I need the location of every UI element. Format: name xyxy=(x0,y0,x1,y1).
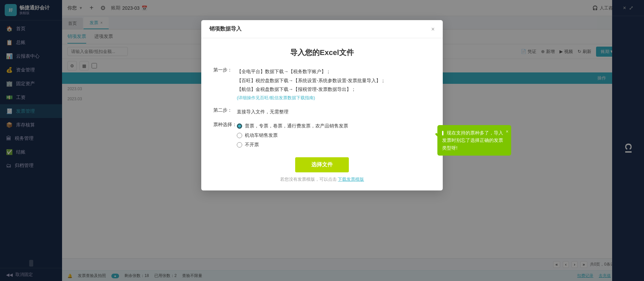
step2-row: 第二步： 直接导入文件，无需整理 xyxy=(213,107,431,116)
select-file-button[interactable]: 选择文件 xyxy=(295,157,349,172)
select-file-label: 选择文件 xyxy=(311,162,333,167)
step1-row: 第一步： 【全电平台】数据下载→【税务数字账户】； 【百旺】税控盘数据下载→【系… xyxy=(213,67,431,102)
step1-note: (详细操作见百旺/航信发票数据下载指南) xyxy=(237,94,385,102)
radio-option-vehicle[interactable]: 机动车销售发票 xyxy=(237,132,348,138)
radio-common-label: 普票，专票，卷票，通行费发票，农产品销售发票 xyxy=(245,123,348,129)
modal-title: 销项数据导入 xyxy=(209,25,241,33)
radio-option-none[interactable]: 不开票 xyxy=(237,142,348,148)
modal-close-button[interactable]: × xyxy=(431,26,435,32)
tooltip-text: 现在支持的票种多了，导入发票时别忘了选择正确的发票类型呀! xyxy=(442,130,503,151)
radio-vehicle-label: 机动车销售发票 xyxy=(245,132,278,138)
tooltip-bubble: × 现在支持的票种多了，导入发票时别忘了选择正确的发票类型呀! xyxy=(437,125,511,156)
modal-footer-text: 若您没有发票模版，可以点击 xyxy=(280,177,337,182)
step1-guide-link[interactable]: 百旺/航信发票数据下载指南 xyxy=(260,95,314,100)
step1-line-3: 【航信】金税盘数据下载→【报税管理-发票数据导出】； xyxy=(237,85,385,94)
radio-none-input[interactable] xyxy=(237,142,242,148)
modal-body: 导入您的Excel文件 第一步： 【全电平台】数据下载→【税务数字账户】； 【百… xyxy=(201,38,443,190)
radio-group: 普票，专票，卷票，通行费发票，农产品销售发票 机动车销售发票 不开票 xyxy=(237,123,348,148)
radio-option-common[interactable]: 普票，专票，卷票，通行费发票，农产品销售发票 xyxy=(237,123,348,129)
step1-line-2: 【百旺】税控盘数据下载→【系统设置-系统参数设置-发票批量导入】； xyxy=(237,76,385,85)
step1-content: 【全电平台】数据下载→【税务数字账户】； 【百旺】税控盘数据下载→【系统设置-系… xyxy=(237,67,385,102)
radio-none-label: 不开票 xyxy=(245,142,259,148)
import-modal: 销项数据导入 × 导入您的Excel文件 第一步： 【全电平台】数据下载→【税务… xyxy=(201,20,443,190)
tooltip-close-button[interactable]: × xyxy=(506,128,508,135)
ticket-select-row: 票种选择： 普票，专票，卷票，通行费发票，农产品销售发票 机动车销售发票 不开票 xyxy=(213,122,431,148)
radio-vehicle-input[interactable] xyxy=(237,133,242,138)
modal-main-title: 导入您的Excel文件 xyxy=(213,48,431,58)
modal-footer: 若您没有发票模版，可以点击 下载发票模版 xyxy=(213,176,431,182)
modal-header: 销项数据导入 × xyxy=(201,20,443,38)
step1-line-1: 【全电平台】数据下载→【税务数字账户】； xyxy=(237,67,385,76)
radio-common-input[interactable] xyxy=(237,123,242,129)
step2-label: 第二步： xyxy=(213,107,237,116)
download-template-link[interactable]: 下载发票模版 xyxy=(338,177,364,182)
modal-overlay: 销项数据导入 × 导入您的Excel文件 第一步： 【全电平台】数据下载→【税务… xyxy=(0,0,644,281)
tooltip-bar xyxy=(442,131,443,135)
step2-content: 直接导入文件，无需整理 xyxy=(237,107,288,116)
ticket-select-label: 票种选择： xyxy=(213,122,237,128)
step1-label: 第一步： xyxy=(213,67,237,102)
